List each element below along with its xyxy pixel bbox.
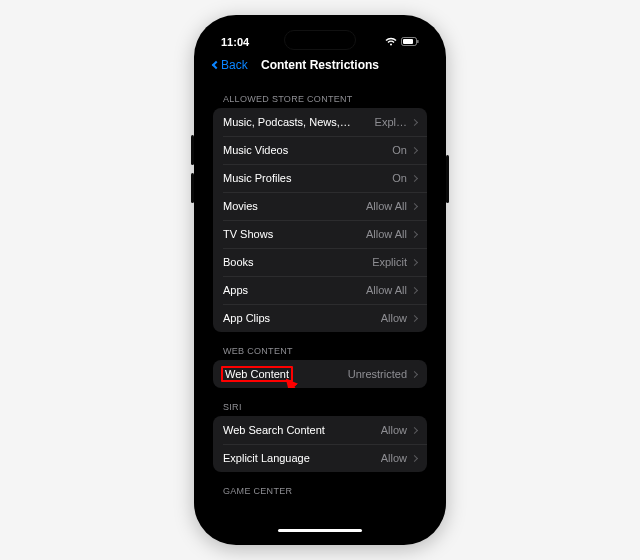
row-music-videos[interactable]: Music Videos On [213, 136, 427, 164]
row-movies[interactable]: Movies Allow All [213, 192, 427, 220]
row-books[interactable]: Books Explicit [213, 248, 427, 276]
row-label: Web Content [225, 368, 289, 380]
row-label: App Clips [223, 312, 270, 324]
row-value: Explicit [372, 256, 407, 268]
chevron-right-icon [411, 370, 418, 377]
row-label: Books [223, 256, 254, 268]
row-value: Allow All [366, 228, 407, 240]
group-store: Music, Podcasts, News, Fitness Expl… Mus… [213, 108, 427, 332]
row-value: Unrestricted [348, 368, 407, 380]
chevron-right-icon [411, 286, 418, 293]
group-siri: Web Search Content Allow Explicit Langua… [213, 416, 427, 472]
row-label: Movies [223, 200, 258, 212]
screen: 11:04 Back Content Restrictions ALLOWED … [203, 24, 437, 536]
row-value: Allow All [366, 284, 407, 296]
row-tv-shows[interactable]: TV Shows Allow All [213, 220, 427, 248]
row-label: Music, Podcasts, News, Fitness [223, 116, 353, 128]
row-explicit-language[interactable]: Explicit Language Allow [213, 444, 427, 472]
home-indicator[interactable] [278, 529, 362, 532]
chevron-right-icon [411, 314, 418, 321]
chevron-right-icon [411, 230, 418, 237]
back-button[interactable]: Back [213, 58, 248, 72]
volume-down-button [191, 173, 194, 203]
row-value: Allow All [366, 200, 407, 212]
chevron-right-icon [411, 258, 418, 265]
page-title: Content Restrictions [261, 58, 379, 72]
chevron-right-icon [411, 174, 418, 181]
nav-bar: Back Content Restrictions [203, 52, 437, 80]
row-app-clips[interactable]: App Clips Allow [213, 304, 427, 332]
row-music-profiles[interactable]: Music Profiles On [213, 164, 427, 192]
chevron-right-icon [411, 146, 418, 153]
chevron-right-icon [411, 202, 418, 209]
row-value: Allow [381, 424, 407, 436]
row-apps[interactable]: Apps Allow All [213, 276, 427, 304]
phone-frame: 11:04 Back Content Restrictions ALLOWED … [194, 15, 446, 545]
section-header-web: WEB CONTENT [213, 332, 427, 360]
back-label: Back [221, 58, 248, 72]
chevron-left-icon [212, 61, 220, 69]
wifi-icon [385, 36, 397, 48]
status-time: 11:04 [221, 36, 249, 48]
power-button [446, 155, 449, 203]
row-label: TV Shows [223, 228, 273, 240]
svg-rect-2 [417, 40, 418, 43]
row-label: Apps [223, 284, 248, 296]
row-value: On [392, 144, 407, 156]
chevron-right-icon [411, 118, 418, 125]
row-label: Music Profiles [223, 172, 291, 184]
row-label: Explicit Language [223, 452, 310, 464]
highlight-annotation: Web Content [221, 366, 293, 382]
section-header-gamecenter: GAME CENTER [213, 472, 427, 500]
row-value: Expl… [375, 116, 407, 128]
row-label: Music Videos [223, 144, 288, 156]
svg-rect-1 [403, 39, 413, 44]
chevron-right-icon [411, 426, 418, 433]
row-value: Allow [381, 312, 407, 324]
row-web-search-content[interactable]: Web Search Content Allow [213, 416, 427, 444]
battery-icon [401, 36, 419, 48]
section-header-store: ALLOWED STORE CONTENT [213, 80, 427, 108]
section-header-siri: SIRI [213, 388, 427, 416]
volume-up-button [191, 135, 194, 165]
row-label: Web Search Content [223, 424, 325, 436]
dynamic-island [284, 30, 356, 50]
group-web: Web Content Unrestricted [213, 360, 427, 388]
content-scroll[interactable]: ALLOWED STORE CONTENT Music, Podcasts, N… [203, 80, 437, 530]
row-value: On [392, 172, 407, 184]
row-web-content[interactable]: Web Content Unrestricted [213, 360, 427, 388]
chevron-right-icon [411, 454, 418, 461]
row-value: Allow [381, 452, 407, 464]
row-music-podcasts[interactable]: Music, Podcasts, News, Fitness Expl… [213, 108, 427, 136]
